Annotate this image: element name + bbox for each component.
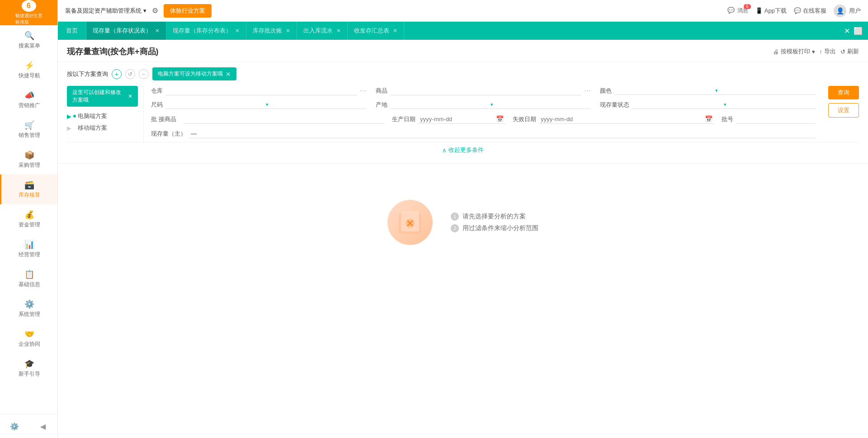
tab-inventory-dist[interactable]: 现存量（库存分布表） ✕ <box>166 22 246 40</box>
sidebar-item-basic[interactable]: 📋 基础信息 <box>0 264 57 294</box>
collapse-btn[interactable]: ∧ 收起更多条件 <box>67 142 859 158</box>
tab-close-batch-account[interactable]: ✕ <box>286 28 290 34</box>
set-btn[interactable]: 设置 <box>828 103 859 118</box>
expire-date-wrap[interactable]: 📅 <box>539 114 714 124</box>
back-scheme-btn[interactable]: ← <box>139 69 149 79</box>
expire-date-cal-icon[interactable]: 📅 <box>705 115 712 122</box>
batch-goods-input-wrap[interactable] <box>184 115 385 124</box>
system-icon: ⚙️ <box>24 299 34 309</box>
header-gear-icon[interactable]: ⚙ <box>152 6 158 15</box>
stock-main-input[interactable] <box>191 130 814 137</box>
warehouse-label: 仓库 <box>151 87 163 95</box>
trial-button[interactable]: 体验行业方案 <box>164 4 212 18</box>
export-btn[interactable]: ↑ 导出 <box>820 47 836 56</box>
stock-status-field: 现存量状态 ▾ <box>600 101 816 109</box>
stock-status-select[interactable]: ▾ <box>632 101 816 109</box>
sidebar-item-purchase[interactable]: 📦 采购管理 <box>0 145 57 174</box>
warehouse-input[interactable] <box>167 87 355 94</box>
tab-close-inout-flow[interactable]: ✕ <box>336 28 341 34</box>
stock-status-caret-icon: ▾ <box>724 102 814 108</box>
tab-batch-account[interactable]: 库存批次账 ✕ <box>246 22 297 40</box>
color-field: 颜色 ▾ <box>600 87 816 95</box>
filter-main: 这里可以创建和修改方案哦 ✕ ▶ 电脑端方案 ▶ 移动端方案 <box>67 86 859 142</box>
scheme-mobile[interactable]: ▶ 移动端方案 <box>67 122 138 134</box>
sidebar-settings-btn[interactable]: ⚙️ <box>6 418 23 434</box>
tooltip-close-2[interactable]: ✕ <box>128 93 132 99</box>
filter-area: 按以下方案查询 + ↺ ← 电脑方案可设为移动方案哦 ✕ 这里可以创建和修改方案… <box>58 62 868 164</box>
template-dropdown-icon: ▾ <box>812 48 815 55</box>
message-btn[interactable]: 💬 6 消息 <box>727 7 748 14</box>
goods-field: 商品 ··· <box>376 86 591 95</box>
scheme-pc-arrow: ▶ <box>67 113 71 120</box>
sidebar-item-sales[interactable]: 🛒 销售管理 <box>0 115 57 145</box>
color-select[interactable]: ▾ <box>614 87 816 95</box>
empty-svg <box>392 204 428 240</box>
empty-state: 1 请先选择要分析的方案 2 用过滤条件来缩小分析范围 <box>58 164 868 281</box>
sidebar-item-search[interactable]: 🔍 搜索菜单 <box>0 25 57 55</box>
batch-no-input-wrap[interactable] <box>736 115 816 124</box>
page-header: 现存量查询(按仓库+商品) 🖨 按模板打印 ▾ ↑ 导出 ↺ 刷新 <box>58 40 868 62</box>
warehouse-input-wrap[interactable] <box>165 86 357 95</box>
content-area: 现存量查询(按仓库+商品) 🖨 按模板打印 ▾ ↑ 导出 ↺ 刷新 <box>58 40 868 438</box>
search-btn[interactable]: 查询 <box>828 86 859 99</box>
sidebar-item-company[interactable]: 🤝 企业协同 <box>0 324 57 353</box>
tab-bar: 首页 现存量（库存状况表） ✕ 现存量（库存分布表） ✕ 库存批次账 ✕ 出入库… <box>58 22 868 40</box>
produce-date-wrap[interactable]: 📅 <box>418 114 505 124</box>
filter-header: 按以下方案查询 + ↺ ← 电脑方案可设为移动方案哦 ✕ <box>67 67 859 80</box>
sidebar-item-guide[interactable]: 🎓 新手引导 <box>0 353 57 383</box>
tab-close-collect-summary[interactable]: ✕ <box>393 28 397 34</box>
sidebar-collapse-btn[interactable]: ◀ <box>35 418 51 434</box>
sidebar-item-inventory[interactable]: 🗃️ 库存核算 <box>0 174 57 204</box>
system-title[interactable]: 装备及固定资产辅助管理系统 ▾ <box>65 7 146 15</box>
tab-close-inventory-dist[interactable]: ✕ <box>235 28 240 34</box>
sidebar-item-operation[interactable]: 📊 经营管理 <box>0 234 57 264</box>
tab-home[interactable]: 首页 <box>58 22 86 40</box>
header-right: 💬 6 消息 📱 App下载 💬 在线客服 👤 用户 <box>727 5 861 17</box>
sidebar-item-finance[interactable]: 💰 资金管理 <box>0 204 57 234</box>
sidebar-item-marketing[interactable]: 📣 营销推广 <box>0 85 57 115</box>
stock-main-input-wrap[interactable] <box>189 129 816 138</box>
batch-no-input[interactable] <box>738 116 814 122</box>
goods-input[interactable] <box>392 87 580 94</box>
tab-close-all-icon[interactable]: ✕ <box>844 27 850 35</box>
goods-input-wrap[interactable] <box>390 86 582 95</box>
filter-row-1: 仓库 ··· 商品 ··· <box>151 86 816 95</box>
produce-date-cal-icon[interactable]: 📅 <box>496 115 504 122</box>
tab-inout-flow[interactable]: 出入库流水 ✕ <box>297 22 348 40</box>
sidebar-item-system[interactable]: ⚙️ 系统管理 <box>0 294 57 324</box>
tab-bar-right: ✕ ⬜ <box>839 27 868 35</box>
filter-row-2: 尺码 ▾ 产地 ▾ <box>151 101 816 109</box>
sidebar: 6 畅捷通好生意 标准版 🔍 搜索菜单 ⚡ 快捷导航 📣 营销推广 🛒 销售管理… <box>0 0 58 438</box>
print-icon: 🖨 <box>773 48 779 55</box>
app-download-btn[interactable]: 📱 App下载 <box>755 7 787 15</box>
produce-date-label: 生产日期 <box>392 115 415 123</box>
tab-maximize-icon[interactable]: ⬜ <box>854 27 863 35</box>
produce-date-input[interactable] <box>420 116 496 122</box>
refresh-btn[interactable]: ↺ 刷新 <box>840 47 859 56</box>
tooltip-close-1[interactable]: ✕ <box>226 71 231 78</box>
tab-close-inventory-status[interactable]: ✕ <box>155 28 160 34</box>
warehouse-dots: ··· <box>360 86 367 95</box>
sidebar-item-quick-nav[interactable]: ⚡ 快捷导航 <box>0 55 57 85</box>
template-print-btn[interactable]: 🖨 按模板打印 ▾ <box>773 47 815 56</box>
expire-date-input[interactable] <box>541 116 705 122</box>
online-service-btn[interactable]: 💬 在线客服 <box>794 7 826 15</box>
batch-goods-label: 批 接商品 <box>151 115 176 123</box>
sidebar-nav: 🔍 搜索菜单 ⚡ 快捷导航 📣 营销推广 🛒 销售管理 📦 采购管理 🗃️ 库存… <box>0 25 57 414</box>
refresh-scheme-btn[interactable]: ↺ <box>125 69 135 79</box>
batch-goods-input[interactable] <box>185 116 383 122</box>
guide-icon: 🎓 <box>24 359 34 369</box>
origin-select[interactable]: ▾ <box>390 101 591 109</box>
user-menu[interactable]: 👤 用户 <box>834 5 861 17</box>
page-actions: 🖨 按模板打印 ▾ ↑ 导出 ↺ 刷新 <box>773 47 859 56</box>
add-scheme-btn[interactable]: + <box>112 69 122 79</box>
sidebar-logo: 6 畅捷通好生意 标准版 <box>0 0 57 25</box>
tab-collect-summary[interactable]: 收发存汇总表 ✕ <box>348 22 404 40</box>
size-select[interactable]: ▾ <box>165 101 367 109</box>
tab-inventory-status[interactable]: 现存量（库存状况表） ✕ <box>86 22 166 40</box>
dropdown-arrow-icon: ▾ <box>143 7 146 14</box>
quick-nav-icon: ⚡ <box>24 61 34 71</box>
scheme-pc[interactable]: ▶ 电脑端方案 <box>67 110 138 122</box>
scheme-pc-dot <box>73 115 76 118</box>
stock-main-label: 现存量（主） <box>151 130 186 138</box>
